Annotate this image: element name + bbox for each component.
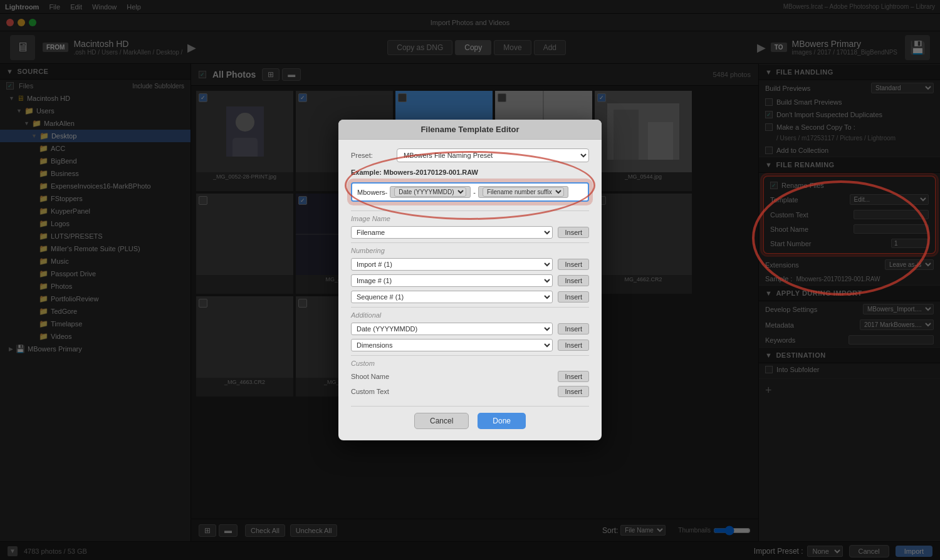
shoot-name-custom-row: Shoot Name Insert [351, 371, 589, 382]
modal-done-button[interactable]: Done [478, 413, 526, 429]
filename-select[interactable]: Filename [351, 226, 553, 239]
sequence-num-row: Sequence # (1) Insert [351, 291, 589, 303]
modal-overlay: Filename Template Editor Preset: MBowers… [0, 0, 940, 560]
suffix-token[interactable]: Filename number suffix [478, 186, 568, 198]
custom-text-custom-insert-button[interactable]: Insert [558, 386, 589, 397]
custom-text-custom-row: Custom Text Insert [351, 386, 589, 397]
shoot-name-custom-insert-button[interactable]: Insert [558, 371, 589, 382]
import-num-row: Import # (1) Insert [351, 258, 589, 271]
custom-text-custom-label: Custom Text [351, 388, 401, 395]
preset-label: Preset: [351, 152, 392, 159]
numbering-section-title: Numbering [351, 247, 589, 254]
image-name-section-title: Image Name [351, 215, 589, 222]
import-num-select[interactable]: Import # (1) [351, 258, 553, 271]
svg-point-25 [753, 182, 929, 294]
modal-body: Preset: MBowers File Naming Preset Examp… [338, 140, 602, 440]
date-token[interactable]: Date (YYYYMMDD) Date (YYYYMMDD) [390, 186, 471, 198]
date-insert-button[interactable]: Insert [558, 323, 589, 334]
modal-cancel-button[interactable]: Cancel [414, 413, 469, 429]
modal-buttons: Cancel Done [351, 406, 589, 432]
dimensions-select[interactable]: Dimensions [351, 339, 553, 351]
preset-select[interactable]: MBowers File Naming Preset [397, 148, 589, 162]
sequence-num-insert-button[interactable]: Insert [558, 291, 589, 303]
shoot-name-custom-label: Shoot Name [351, 373, 401, 380]
example-row: Example: Mbowers-20170129-001.RAW [351, 169, 589, 176]
date-row: Date (YYYYMMDD) Insert [351, 323, 589, 335]
token-prefix-text: Mbowers- [357, 189, 387, 196]
image-num-select[interactable]: Image # (1) [351, 274, 553, 287]
date-select[interactable]: Date (YYYYMMDD) [351, 323, 553, 335]
preset-row: Preset: MBowers File Naming Preset [351, 148, 589, 162]
sequence-num-select[interactable]: Sequence # (1) [351, 291, 553, 303]
suffix-token-select[interactable]: Filename number suffix [483, 187, 564, 197]
filename-template-editor-modal: Filename Template Editor Preset: MBowers… [338, 120, 602, 440]
dimensions-row: Dimensions Insert [351, 339, 589, 351]
image-num-insert-button[interactable]: Insert [558, 275, 589, 286]
date-token-select[interactable]: Date (YYYYMMDD) Date (YYYYMMDD) [394, 187, 466, 197]
modal-title: Filename Template Editor [338, 120, 602, 140]
import-num-insert-button[interactable]: Insert [558, 259, 589, 270]
additional-section-title: Additional [351, 311, 589, 319]
annotation-circle-right [747, 175, 935, 301]
token-separator-text: - [473, 189, 476, 196]
dimensions-insert-button[interactable]: Insert [558, 340, 589, 351]
example-label: Example: [351, 169, 382, 176]
filename-insert-button[interactable]: Insert [558, 227, 589, 238]
filename-insert-row: Filename Insert [351, 226, 589, 239]
example-value: Mbowers-20170129-001.RAW [384, 169, 478, 176]
custom-section-title: Custom [351, 360, 589, 367]
image-num-row: Image # (1) Insert [351, 274, 589, 287]
token-editor[interactable]: Mbowers- Date (YYYYMMDD) Date (YYYYMMDD)… [351, 182, 589, 202]
